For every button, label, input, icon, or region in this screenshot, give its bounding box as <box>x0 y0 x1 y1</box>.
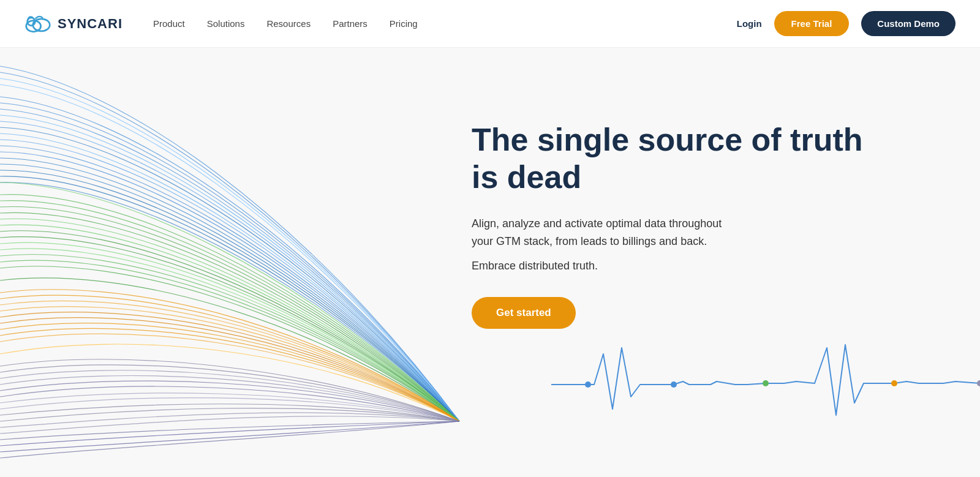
nav-pricing[interactable]: Pricing <box>390 18 418 29</box>
custom-demo-button[interactable]: Custom Demo <box>861 11 956 36</box>
nav-product[interactable]: Product <box>153 18 185 29</box>
logo-link[interactable]: SYNCARI <box>24 13 123 34</box>
navbar: SYNCARI Product Solutions Resources Part… <box>0 0 980 48</box>
heartbeat-illustration <box>551 336 980 427</box>
hero-title: The single source of truth is dead <box>472 121 870 197</box>
svg-point-6 <box>891 380 897 386</box>
svg-point-4 <box>671 381 677 388</box>
wave-illustration: .wave-line { fill: none; stroke-width: 1… <box>0 48 478 476</box>
nav-partners[interactable]: Partners <box>333 18 368 29</box>
nav-resources[interactable]: Resources <box>266 18 311 29</box>
logo-text: SYNCARI <box>58 16 123 32</box>
hero-description: Align, analyze and activate optimal data… <box>472 215 735 250</box>
nav-solutions[interactable]: Solutions <box>207 18 245 29</box>
login-link[interactable]: Login <box>737 18 762 29</box>
nav-links: Product Solutions Resources Partners Pri… <box>153 18 737 29</box>
hero-content: The single source of truth is dead Align… <box>472 121 870 329</box>
hero-tagline: Embrace distributed truth. <box>472 260 870 272</box>
svg-point-5 <box>763 380 769 386</box>
svg-point-3 <box>585 381 591 388</box>
get-started-button[interactable]: Get started <box>472 297 576 329</box>
hero-section: .wave-line { fill: none; stroke-width: 1… <box>0 48 980 476</box>
nav-actions: Login Free Trial Custom Demo <box>737 11 956 36</box>
svg-point-7 <box>977 380 980 386</box>
logo-icon <box>24 13 51 34</box>
free-trial-button[interactable]: Free Trial <box>774 11 850 36</box>
